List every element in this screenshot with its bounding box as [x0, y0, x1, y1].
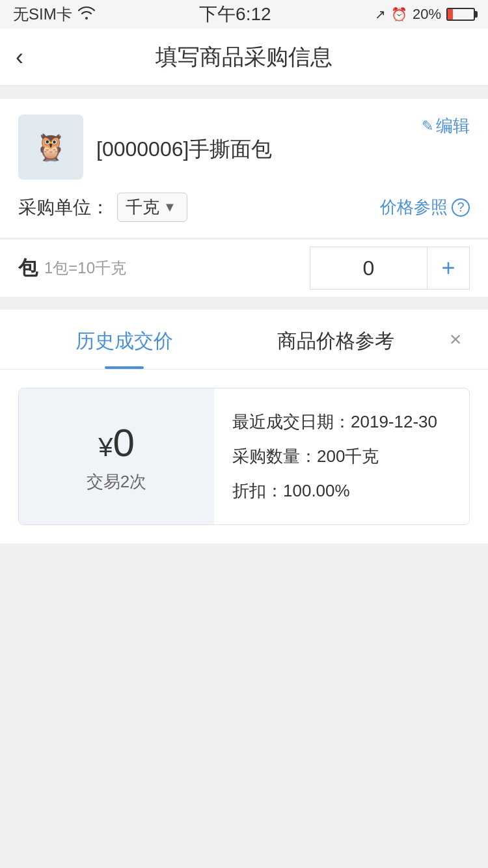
status-bar: 无SIM卡 下午6:12 ↗ ⏰ 20%: [0, 0, 488, 29]
battery-percent: 20%: [413, 6, 441, 23]
price-summary-left: ¥0 交易2次: [19, 388, 214, 524]
status-time: 下午6:12: [199, 2, 271, 27]
price-info-section: ¥0 交易2次 最近成交日期：2019-12-30 采购数量：200千克 折扣：…: [0, 370, 488, 543]
discount-label: 折扣：: [232, 481, 283, 500]
price-amount: ¥0: [98, 420, 135, 465]
quantity-row: 包 1包=10千克 0 +: [18, 239, 470, 297]
quantity-input[interactable]: 0: [310, 247, 427, 290]
quantity-value: 0: [363, 256, 375, 280]
tab-bar: 历史成交价 商品价格参考 ×: [0, 310, 488, 370]
quantity-controls: 0 +: [310, 247, 470, 290]
product-name: [0000006]手撕面包: [96, 135, 272, 164]
quantity-section: 包 1包=10千克 0 +: [0, 239, 488, 297]
unit-dropdown-arrow: ▼: [163, 200, 176, 215]
back-button[interactable]: ‹: [16, 44, 23, 71]
transaction-count: 交易2次: [87, 470, 146, 493]
price-ref-button[interactable]: 价格参照 ?: [380, 196, 470, 219]
tab-price-reference[interactable]: 商品价格参考: [230, 310, 441, 369]
price-ref-help-icon: ?: [452, 198, 470, 217]
quantity-detail-value: 200千克: [317, 446, 379, 466]
currency-symbol: ¥: [98, 433, 113, 461]
price-info-card: ¥0 交易2次 最近成交日期：2019-12-30 采购数量：200千克 折扣：…: [18, 388, 470, 525]
status-right: ↗ ⏰ 20%: [375, 6, 475, 23]
edit-button[interactable]: ✎ 编辑: [422, 115, 470, 137]
battery-icon: [446, 8, 475, 21]
price-panel: 历史成交价 商品价格参考 × ¥0 交易2次 最近成交日期：2019-12-30…: [0, 310, 488, 543]
price-detail-discount: 折扣：100.00%: [232, 478, 451, 504]
price-ref-label: 价格参照: [380, 196, 448, 219]
tab-history-price[interactable]: 历史成交价: [18, 310, 230, 369]
product-card: 🦉 [0000006]手撕面包 ✎ 编辑 采购单位： 千克 ▼ 价格参照 ?: [0, 99, 488, 237]
price-details-right: 最近成交日期：2019-12-30 采购数量：200千克 折扣：100.00%: [214, 388, 469, 524]
discount-value: 100.00%: [283, 481, 350, 500]
product-thumbnail: 🦉: [18, 115, 83, 180]
bottom-area: [0, 543, 488, 868]
page-title: 填写商品采购信息: [156, 42, 332, 72]
quantity-plus-button[interactable]: +: [427, 247, 470, 290]
unit-value: 千克: [126, 196, 159, 219]
quantity-unit-badge: 包: [18, 255, 38, 282]
location-icon: ↗: [375, 7, 386, 22]
product-header: 🦉 [0000006]手撕面包 ✎ 编辑: [18, 115, 470, 180]
product-left: 🦉 [0000006]手撕面包: [18, 115, 272, 180]
status-left: 无SIM卡: [13, 4, 96, 25]
edit-icon: ✎: [422, 118, 433, 135]
unit-conversion-label: 1包=10千克: [44, 258, 126, 278]
panel-close-button[interactable]: ×: [441, 325, 470, 354]
quantity-label: 采购数量：: [232, 446, 317, 466]
price-value: 0: [113, 421, 134, 465]
alarm-icon: ⏰: [391, 7, 407, 22]
unit-label: 采购单位：: [18, 195, 109, 220]
carrier-label: 无SIM卡: [13, 4, 72, 25]
product-thumbnail-icon: 🦉: [34, 134, 67, 160]
unit-select[interactable]: 千克 ▼: [117, 193, 187, 222]
price-detail-date: 最近成交日期：2019-12-30: [232, 409, 451, 435]
product-unit-row: 采购单位： 千克 ▼ 价格参照 ?: [18, 193, 470, 222]
quantity-unit-info: 包 1包=10千克: [18, 255, 126, 282]
date-value: 2019-12-30: [351, 412, 437, 431]
date-label: 最近成交日期：: [232, 412, 351, 431]
price-detail-quantity: 采购数量：200千克: [232, 444, 451, 469]
nav-bar: ‹ 填写商品采购信息: [0, 29, 488, 86]
wifi-icon: [77, 5, 96, 23]
